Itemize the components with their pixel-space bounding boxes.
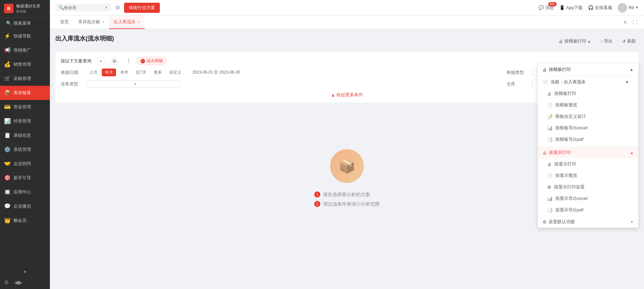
message-item[interactable]: 💬 消息 99+ (538, 5, 554, 11)
date-btn-more[interactable]: 更多 (151, 69, 165, 76)
gear-icon[interactable]: ⚙ (115, 4, 120, 11)
export-button[interactable]: ↑ 导出 (598, 37, 616, 46)
biz-type-select[interactable]: ▼ (86, 81, 181, 88)
logo-icon: B (4, 4, 13, 13)
chevron-up-icon: ▲ (588, 40, 591, 43)
tab-flow[interactable]: 出入库流水 × (109, 16, 144, 29)
app-download-item[interactable]: 📱 App下载 (559, 5, 583, 11)
date-btn-prev-month[interactable]: 上月 (86, 69, 100, 76)
tab-batch-account[interactable]: 库存批次账 × (74, 16, 109, 29)
brand-name: 畅捷通好生意 (16, 3, 40, 9)
sidebar-item-purchase[interactable]: 🛒 采购管理 (0, 72, 50, 86)
biz-type-label: 业务类型 (61, 81, 81, 87)
sidebar-item-system[interactable]: ⚙️ 系统管理 (0, 142, 50, 157)
print-template-button[interactable]: 🖨 按模板打印 ▲ (556, 37, 594, 46)
customer-service-item[interactable]: 🎧 在线客服 (588, 5, 612, 11)
template-preview-icon: 📄 (547, 103, 553, 108)
add-filter-button[interactable]: + (97, 57, 105, 65)
active-filter-tag[interactable]: 🔴 流水明细 (137, 57, 167, 65)
sidebar-item-label: 基础信息 (13, 132, 31, 138)
chevron-up-icon: ▲ (331, 93, 335, 98)
settings-icon[interactable]: ⚙ (4, 279, 9, 286)
system-icon: ⚙️ (4, 146, 11, 153)
empty-steps: 1 请先选择要分析的方案 2 用过滤条件来缩小分析范围 (314, 190, 380, 209)
sidebar-item-marketing[interactable]: 📢 营销推广 (0, 43, 50, 57)
main-content: 🔍 ▼ ⚙ 体验行业方案 💬 消息 99+ 📱 App下载 🎧 (50, 0, 644, 289)
dropdown-item-template-print[interactable]: 🖨 按模板打印 (538, 88, 638, 99)
sidebar-item-wechat[interactable]: 💬 企业微信 (0, 199, 50, 213)
dropdown-item-template-export-excel[interactable]: 📊 按模板导出excel (538, 122, 638, 134)
tabs-bar: 首页 库存批次账 × 出入库流水 × ✕ ⛶ (50, 16, 644, 29)
sidebar-item-operations[interactable]: 📊 经营管理 (0, 114, 50, 128)
template-export-excel-label: 按模板导出excel (555, 125, 587, 131)
dropdown-item-display-export-pdf[interactable]: 📑 按显示导出pdf (538, 204, 638, 216)
sidebar-item-label: 新手引导 (13, 175, 31, 181)
date-btn-last-7days[interactable]: 近7天 (133, 69, 149, 76)
sidebar-item-member[interactable]: 👑 畅会员 (0, 213, 50, 228)
page-title: 出入库流水(流水明细) (55, 34, 114, 43)
dropdown-display-section-label: 🖨 按显示打印 (543, 150, 571, 156)
dropdown-item-display-export-excel[interactable]: 📊 按显示导出excel (538, 193, 638, 204)
print-template-title-icon: 🖨 (543, 67, 547, 72)
dropdown-item-template-export-pdf[interactable]: 📑 按模板导出pdf (538, 134, 638, 145)
dropdown-item-display-preview[interactable]: 📄 按显示预览 (538, 170, 638, 181)
marketing-icon: 📢 (4, 47, 11, 54)
sidebar-item-label: 销售管理 (13, 61, 31, 68)
user-profile[interactable]: Rit ▼ (618, 3, 639, 12)
display-section-arrow: ▲ (630, 151, 634, 155)
refresh-button[interactable]: ↺ 刷新 (619, 37, 639, 46)
topbar: 🔍 ▼ ⚙ 体验行业方案 💬 消息 99+ 📱 App下载 🎧 (50, 0, 644, 16)
sidebar-item-cooperation[interactable]: 🤝 企业协同 (0, 157, 50, 171)
sidebar-scroll-down[interactable]: ▼ (0, 268, 50, 276)
sidebar-item-finance[interactable]: 💳 资金管理 (0, 100, 50, 114)
dropdown-item-display-print[interactable]: 🖨 按显示打印 (538, 158, 638, 170)
search-menu[interactable]: 🔍 搜索菜单 (0, 18, 50, 29)
dropdown-item-template-preview[interactable]: 📄 按模板预览 (538, 99, 638, 111)
user-dropdown-icon: ▼ (635, 6, 639, 9)
topbar-search-input[interactable] (64, 5, 105, 10)
topbar-search-dropdown-icon[interactable]: ▼ (105, 6, 108, 9)
tab-flow-label: 出入库流水 (114, 19, 136, 25)
dropdown-current-item[interactable]: 📄 当前：出入库流水 ▼ (538, 76, 638, 88)
sidebar-item-inventory[interactable]: 📦 库存核算 (0, 86, 50, 100)
filter-settings-button[interactable]: ⚙ (110, 57, 118, 65)
guide-icon: 🎯 (4, 175, 11, 181)
tab-maximize-button[interactable]: ⛶ (631, 19, 639, 26)
tab-batch-account-close[interactable]: × (102, 20, 104, 24)
search-menu-label: 搜索菜单 (13, 20, 31, 26)
date-btn-current-year[interactable]: 本年 (117, 69, 131, 76)
dropdown-display-section-header[interactable]: 🖨 按显示打印 ▲ (538, 147, 638, 158)
sidebar-item-quick-nav[interactable]: ⚡ 快捷导航 (0, 29, 50, 43)
tab-restore-button[interactable]: ✕ (622, 19, 628, 26)
app-download-label: App下载 (566, 5, 583, 11)
filter-collapse-button[interactable]: 《 (124, 57, 131, 65)
sidebar-item-guide[interactable]: 🎯 新手引导 (0, 171, 50, 185)
filter-search-label: 按以下方案查询 (61, 58, 91, 64)
tab-flow-close[interactable]: × (138, 20, 140, 24)
display-preview-label: 按显示预览 (555, 173, 577, 179)
sidebar-item-label: 企业微信 (13, 203, 31, 209)
display-excel-icon: 📊 (547, 196, 553, 201)
type-label: 单据类型 (506, 70, 527, 76)
tab-home[interactable]: 首页 (55, 16, 74, 29)
collapse-icon[interactable]: ◀▶ (14, 279, 22, 286)
date-btn-current-month[interactable]: 本月 (102, 69, 116, 76)
tab-batch-account-label: 库存批次账 (78, 19, 100, 25)
template-print-icon: 🖨 (547, 91, 552, 96)
dropdown-item-template-custom[interactable]: 📝 模板自定义设计 (538, 111, 638, 122)
sidebar-item-app-center[interactable]: 🔲 应用中心 (0, 185, 50, 199)
dropdown-footer[interactable]: ⚙ 设置默认功能 ▼ (538, 216, 638, 228)
print-icon: 🖨 (559, 39, 563, 44)
sidebar-item-basic[interactable]: 📋 基础信息 (0, 128, 50, 142)
step1-num: 1 (314, 191, 320, 198)
dropdown-item-display-print-settings[interactable]: ⚙ 按显示打印设置 (538, 181, 638, 193)
sidebar-item-sales[interactable]: 💰 销售管理 (0, 57, 50, 72)
print-dropdown-panel: 🖨 按模板打印 ▲ 📄 当前：出入库流水 ▼ 🖨 按模板打印 (537, 63, 639, 228)
date-btn-custom[interactable]: 自定义 (166, 69, 184, 76)
headset-icon: 🎧 (588, 5, 593, 10)
industry-solution-button[interactable]: 体验行业方案 (124, 3, 160, 13)
footer-arrow: ▼ (630, 220, 634, 224)
display-export-excel-label: 按显示导出excel (555, 195, 587, 202)
topbar-search-box[interactable]: 🔍 ▼ (55, 4, 111, 11)
warehouse-label: 仓库 (506, 81, 527, 87)
